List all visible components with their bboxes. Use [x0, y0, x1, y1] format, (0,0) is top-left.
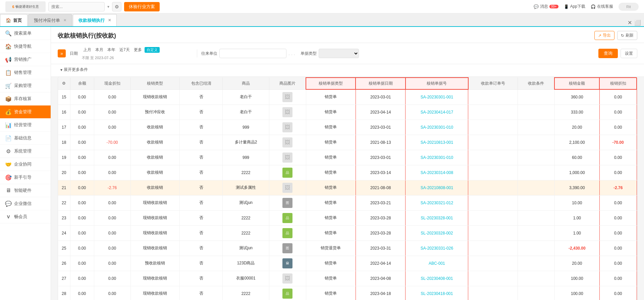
close-icon[interactable]: ✕ [63, 18, 66, 23]
voucher-type-cell: 销货单 [306, 180, 356, 195]
sidebar-item-nav[interactable]: 🏠 快捷导航 [0, 40, 51, 53]
app-download-button[interactable]: 📱 App下载 [564, 4, 585, 9]
row-number: 16 [58, 104, 70, 120]
goods-cell: 测试多属性 [223, 180, 269, 195]
voucher-no-cell[interactable]: SA-20230331-026 [406, 241, 468, 256]
close-window-button[interactable]: ✕ [626, 19, 633, 26]
top-bar: 6 畅捷通谱好生意 ▾ ⚙ 休验行业方案 💬 消息 99+ 📱 App下载 🎧 … [0, 0, 644, 13]
table-row: 170.000.00收款核销否999🖼销货单2023-03-01SA-20230… [58, 120, 637, 135]
voucher-no-cell[interactable]: SA-20230301-010 [406, 120, 468, 135]
receipt-order-cell [468, 165, 518, 180]
tab-writeoff[interactable]: 收款核销执行 ✕ [73, 14, 117, 26]
sidebar-item-finance[interactable]: 💰 资金管理 [0, 105, 51, 119]
row-number: 22 [58, 195, 70, 210]
voucher-no-cell[interactable]: SL-20230418-001 [406, 286, 468, 300]
row-number: 28 [58, 286, 70, 300]
sidebar-item-vip[interactable]: V 畅会员 [0, 210, 51, 223]
sidebar-item-search[interactable]: 🔍 搜索菜单 [0, 27, 51, 40]
writeoff-amount-cell: 1.00 [554, 210, 599, 225]
search-input[interactable] [48, 2, 105, 11]
voucher-type-cell: 销货单 [306, 135, 356, 150]
sidebar-item-inventory[interactable]: 📦 库存核算 [0, 92, 51, 105]
receipt-cond-cell [518, 241, 555, 256]
writeoff-amount-cell: 60.00 [554, 150, 599, 165]
writeoff-amount-cell: 20.00 [554, 120, 599, 135]
receipt-cond-cell [518, 271, 555, 286]
voucher-no-cell[interactable]: SL-20230328-001 [406, 210, 468, 225]
more-dots[interactable]: ... [288, 51, 297, 56]
query-button[interactable]: 查询 [598, 49, 618, 58]
sidebar-item-sales[interactable]: 📋 销售管理 [0, 66, 51, 79]
writeoff-type-cell: 收款核销 [130, 180, 180, 195]
filter-expand-button[interactable]: » [58, 49, 66, 57]
gear-icon[interactable]: ⚙ [112, 2, 121, 11]
sidebar-item-collab[interactable]: 🤝 企业协同 [0, 158, 51, 171]
export-button[interactable]: ↗ 导出 [594, 31, 614, 40]
sidebar-item-basics[interactable]: 📄 基础信息 [0, 132, 51, 145]
writeoff-discount-cell: 0.00 [599, 89, 637, 104]
voucher-no-cell[interactable]: SA-20230301-010 [406, 150, 468, 165]
voucher-no-cell[interactable]: SA-20230321-012 [406, 195, 468, 210]
expand-more-filters-button[interactable]: ▾ 展开更多条件 [58, 66, 637, 74]
close-icon[interactable]: ✕ [108, 18, 111, 23]
voucher-no-cell[interactable]: SL-20230408-001 [406, 271, 468, 286]
online-service-button[interactable]: 🎧 在线客服 [591, 4, 613, 9]
tab-prepayment[interactable]: 预付冲应付单 ✕ [28, 14, 72, 26]
goods-img-cell: 品 [269, 165, 306, 180]
date-this-year[interactable]: 本年 [106, 46, 117, 53]
tab-home[interactable]: 🏠 首页 [0, 14, 28, 26]
voucher-no-cell[interactable]: SA-20230414-017 [406, 104, 468, 120]
writeoff-discount-cell: 0.00 [599, 225, 637, 241]
voucher-no-cell[interactable]: ABC-001 [406, 256, 468, 271]
date-7days[interactable]: 近7天 [118, 46, 131, 53]
page-actions: ↗ 导出 ↻ 刷新 [594, 31, 637, 40]
date-last-month[interactable]: 上月 [82, 46, 93, 53]
voucher-date-cell: 2023-03-01 [356, 120, 405, 135]
messages-button[interactable]: 💬 消息 99+ [534, 4, 558, 9]
include-settled-cell: 否 [180, 165, 223, 180]
writeoff-type-cell: 现销收款核销 [130, 241, 180, 256]
voucher-no-cell[interactable]: SA-20230314-008 [406, 165, 468, 180]
writeoff-discount-cell: 0.00 [599, 210, 637, 225]
refresh-button[interactable]: ↻ 刷新 [617, 31, 637, 40]
chevron-down-icon[interactable]: ▾ [107, 4, 109, 9]
writeoff-amount-cell: 100.00 [554, 271, 599, 286]
th-settings[interactable]: ⚙ [58, 78, 70, 89]
sales-icon: 📋 [5, 70, 11, 76]
sidebar-item-purchase[interactable]: 🛒 采购管理 [0, 79, 51, 92]
partner-label: 往来单位 [201, 51, 217, 56]
voucher-type-cell: 销货单 [306, 120, 356, 135]
writeoff-discount-cell: -2.76 [599, 180, 637, 195]
sidebar-item-marketing[interactable]: 📢 营销推广 [0, 53, 51, 66]
voucher-type-select[interactable] [319, 49, 359, 58]
voucher-no-cell[interactable]: SA-20210813-001 [406, 135, 468, 150]
sidebar-item-wechat[interactable]: 💬 企业微信 [0, 197, 51, 210]
writeoff-type-cell: 现销收款核销 [130, 271, 180, 286]
sidebar-item-guide[interactable]: 🎯 新手引导 [0, 171, 51, 184]
setting-button[interactable]: 设置 [621, 49, 637, 58]
voucher-no-cell[interactable]: SA-20230301-001 [406, 89, 468, 104]
goods-img-cell: 图 [269, 241, 306, 256]
industry-solution-button[interactable]: 休验行业方案 [124, 2, 160, 11]
voucher-no-cell[interactable]: SL-20230328-002 [406, 225, 468, 241]
balance-cell: 0.00 [70, 150, 94, 165]
sidebar-item-system[interactable]: ⚙ 系统管理 [0, 145, 51, 158]
goods-img-cell: 品 [269, 286, 306, 300]
inventory-icon: 📦 [5, 96, 11, 102]
cash-discount-cell: -2.76 [94, 180, 130, 195]
row-number: 24 [58, 225, 70, 241]
date-this-month[interactable]: 本月 [94, 46, 105, 53]
voucher-no-cell[interactable]: SA-20210808-001 [406, 180, 468, 195]
receipt-order-cell [468, 210, 518, 225]
voucher-type-cell: 销货单 [306, 165, 356, 180]
row-number: 23 [58, 210, 70, 225]
partner-input[interactable] [219, 49, 286, 58]
voucher-date-cell: 2023-04-18 [356, 286, 405, 300]
maximize-button[interactable]: ⬜ [634, 19, 641, 26]
sidebar-item-operations[interactable]: 📊 经营管理 [0, 119, 51, 132]
date-custom[interactable]: 自定义 [145, 47, 160, 53]
date-more[interactable]: 更多 [132, 46, 143, 53]
row-number: 21 [58, 180, 70, 195]
sidebar-item-hardware[interactable]: 🖥 智能硬件 [0, 184, 51, 197]
user-avatar[interactable]: Rit [619, 3, 639, 11]
